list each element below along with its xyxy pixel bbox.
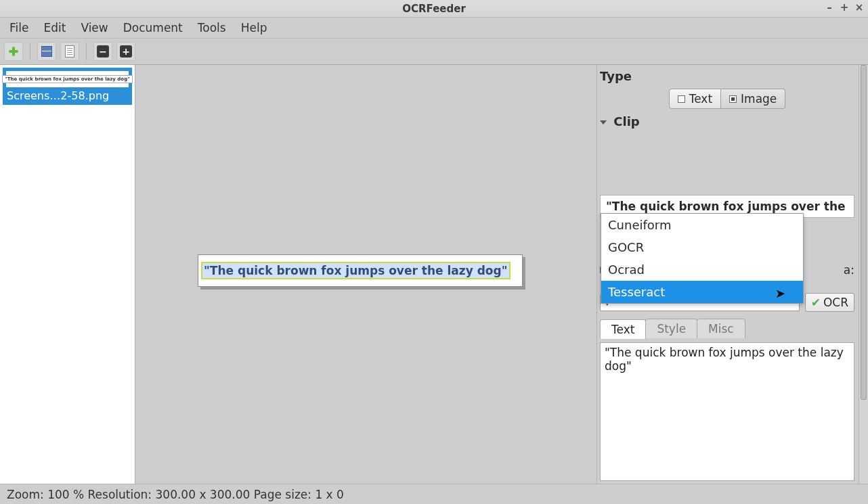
- type-image-label: Image: [741, 92, 777, 106]
- type-text-label: Text: [689, 92, 712, 106]
- bounds-area-label: a:: [844, 263, 854, 277]
- run-ocr-label: OCR: [823, 296, 848, 309]
- close-button[interactable]: ×: [854, 3, 864, 12]
- page-preview[interactable]: "The quick brown fox jumps over the lazy…: [198, 254, 523, 287]
- chevron-down-icon: [600, 120, 607, 124]
- ocr-engine-row: ▼ Cuneiform GOCR Ocrad Tesseract ➤ ✔ OCR: [600, 293, 854, 312]
- plus-icon: [9, 47, 18, 56]
- thumbnail-preview: "The quick brown fox jumps over the lazy…: [5, 70, 129, 88]
- radio-icon: [678, 95, 685, 103]
- zoom-out-button[interactable]: −: [93, 42, 112, 61]
- clip-heading-label: Clip: [613, 114, 639, 129]
- menu-view[interactable]: View: [75, 20, 113, 36]
- add-image-button[interactable]: [4, 42, 23, 61]
- engine-option-cuneiform[interactable]: Cuneiform: [601, 214, 803, 236]
- page-text: "The quick brown fox jumps over the lazy…: [204, 264, 508, 277]
- toolbar-separator: [30, 43, 30, 60]
- menu-edit[interactable]: Edit: [38, 20, 71, 36]
- check-icon: ✔: [811, 296, 821, 309]
- toolbar-separator: [86, 43, 87, 60]
- maximize-button[interactable]: +: [840, 3, 849, 12]
- radio-filled-icon: [729, 95, 737, 103]
- window-title: OCRFeeder: [402, 3, 466, 15]
- type-image-option[interactable]: Image: [721, 89, 785, 109]
- tab-text[interactable]: Text: [600, 319, 646, 339]
- thumbnail-text: "The quick brown fox jumps over the lazy…: [2, 75, 133, 83]
- canvas-area[interactable]: "The quick brown fox jumps over the lazy…: [135, 65, 597, 484]
- tab-style[interactable]: Style: [645, 319, 697, 338]
- scrollbar-thumb[interactable]: [861, 65, 867, 400]
- plus-box-icon: +: [120, 45, 132, 58]
- minus-icon: −: [97, 45, 109, 58]
- window-titlebar: OCRFeeder – + ×: [0, 0, 868, 18]
- result-textarea[interactable]: [600, 342, 854, 481]
- engine-option-tesseract[interactable]: Tesseract: [601, 281, 803, 303]
- selection-box[interactable]: "The quick brown fox jumps over the lazy…: [201, 262, 511, 279]
- ocr-engine-combo[interactable]: ▼ Cuneiform GOCR Ocrad Tesseract ➤: [600, 294, 800, 311]
- status-text: Zoom: 100 % Resolution: 300.00 x 300.00 …: [7, 488, 344, 501]
- document-view-button[interactable]: [60, 42, 79, 61]
- toolbar: − +: [0, 38, 868, 65]
- cursor-icon: ➤: [775, 286, 785, 300]
- run-ocr-button[interactable]: ✔ OCR: [805, 293, 854, 312]
- ocr-engine-dropdown: Cuneiform GOCR Ocrad Tesseract ➤: [601, 213, 804, 304]
- type-text-option[interactable]: Text: [669, 89, 721, 109]
- menu-file[interactable]: File: [4, 20, 34, 36]
- engine-option-gocr[interactable]: GOCR: [601, 236, 803, 258]
- clip-heading[interactable]: Clip: [600, 113, 854, 130]
- window-controls: – + ×: [825, 3, 864, 12]
- page-thumbnail[interactable]: "The quick brown fox jumps over the lazy…: [3, 68, 132, 105]
- status-bar: Zoom: 100 % Resolution: 300.00 x 300.00 …: [0, 484, 868, 504]
- document-icon: [65, 45, 74, 58]
- zoom-in-button[interactable]: +: [116, 42, 135, 61]
- menu-tools[interactable]: Tools: [192, 20, 232, 36]
- panel-scrollbar[interactable]: [859, 65, 868, 484]
- type-heading: Type: [600, 68, 854, 85]
- menu-help[interactable]: Help: [236, 20, 273, 36]
- layout-view-button[interactable]: [37, 42, 56, 61]
- thumbnail-label: Screens…2-58.png: [5, 89, 129, 102]
- menubar: File Edit View Document Tools Help: [0, 18, 868, 38]
- type-toggle: Text Image: [600, 89, 854, 109]
- tab-misc[interactable]: Misc: [697, 319, 745, 338]
- main-area: "The quick brown fox jumps over the lazy…: [0, 65, 868, 484]
- layout-icon: [41, 46, 52, 57]
- result-tabs: Text Style Misc: [600, 319, 854, 338]
- thumbnail-sidebar: "The quick brown fox jumps over the lazy…: [0, 65, 135, 484]
- minimize-button[interactable]: –: [825, 3, 834, 12]
- engine-option-ocrad[interactable]: Ocrad: [601, 258, 803, 281]
- properties-panel: Type Text Image Clip "The quick brown fo…: [597, 65, 868, 484]
- menu-document[interactable]: Document: [118, 20, 188, 36]
